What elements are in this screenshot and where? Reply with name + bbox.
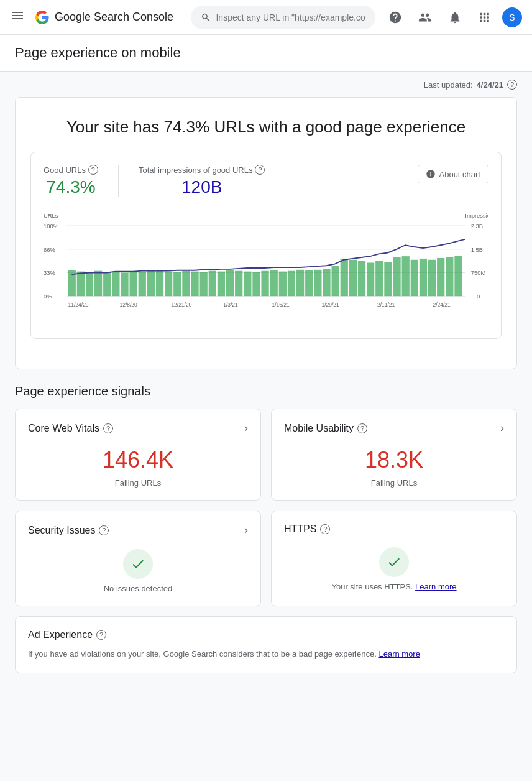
ad-experience-help[interactable]: ? <box>96 630 106 640</box>
svg-rect-38 <box>252 272 260 297</box>
ad-experience-desc: If you have ad violations on your site, … <box>28 648 504 660</box>
svg-rect-28 <box>165 272 172 297</box>
about-chart-button[interactable]: About chart <box>418 165 489 183</box>
https-check-label: Your site uses HTTPS. Learn more <box>331 582 456 591</box>
last-updated-date: 4/24/21 <box>477 80 503 90</box>
svg-rect-29 <box>173 272 181 297</box>
total-impressions-metric: Total impressions of good URLs ? 120B <box>118 165 285 197</box>
core-web-vitals-title: Core Web Vitals ? <box>28 423 113 434</box>
svg-text:11/24/20: 11/24/20 <box>68 302 89 308</box>
svg-rect-42 <box>288 271 295 297</box>
svg-text:URLs: URLs <box>44 212 58 219</box>
ad-experience-learn-more[interactable]: Learn more <box>378 649 420 659</box>
search-bar[interactable] <box>191 6 375 29</box>
svg-rect-36 <box>235 271 242 297</box>
mobile-usability-sub-label: Failing URLs <box>284 478 504 488</box>
svg-text:Impressions: Impressions <box>465 212 488 219</box>
core-web-vitals-help[interactable]: ? <box>103 423 113 433</box>
svg-text:0: 0 <box>477 293 480 300</box>
svg-rect-22 <box>112 272 119 297</box>
page-title: Page experience on mobile <box>15 45 517 61</box>
svg-rect-35 <box>226 270 234 296</box>
topbar: Google Search Console S <box>0 0 532 35</box>
good-urls-value: 74.3% <box>44 177 98 197</box>
ad-experience-title: Ad Experience ? <box>28 629 504 640</box>
svg-rect-56 <box>411 260 418 296</box>
last-updated-help-icon[interactable]: ? <box>507 80 517 90</box>
hero-section: Your site has 74.3% URLs with a good pag… <box>15 97 517 369</box>
signals-section: Page experience signals Core Web Vitals … <box>15 384 517 673</box>
mobile-usability-help[interactable]: ? <box>357 423 367 433</box>
svg-rect-20 <box>94 271 102 297</box>
menu-icon[interactable] <box>10 8 25 26</box>
last-updated-bar: Last updated: 4/24/21 ? <box>15 72 517 97</box>
mobile-usability-card: Mobile Usability ? › 18.3K Failing URLs <box>271 409 517 501</box>
https-card: HTTPS ? Your site uses HTTPS. Learn more <box>271 511 517 606</box>
security-issues-help[interactable]: ? <box>99 525 109 535</box>
help-icon[interactable] <box>383 5 408 30</box>
svg-rect-23 <box>121 273 128 297</box>
svg-rect-39 <box>261 271 268 297</box>
svg-rect-0 <box>12 12 23 13</box>
https-learn-more[interactable]: Learn more <box>415 582 456 591</box>
security-issues-header: Security Issues ? › <box>28 524 248 537</box>
security-check-icon <box>131 557 145 571</box>
apps-icon[interactable] <box>472 5 497 30</box>
chart-svg: URLs 100% 66% 33% 0% Impressions 2.3B 1.… <box>44 207 488 324</box>
signals-grid: Core Web Vitals ? › 146.4K Failing URLs … <box>15 409 517 606</box>
svg-rect-44 <box>305 270 313 296</box>
svg-rect-25 <box>139 272 146 297</box>
good-urls-label: Good URLs ? <box>44 165 98 175</box>
svg-rect-54 <box>393 257 400 296</box>
https-check-icon <box>387 555 401 570</box>
svg-rect-49 <box>349 260 357 296</box>
svg-rect-47 <box>332 266 339 296</box>
svg-text:2/24/21: 2/24/21 <box>433 302 451 308</box>
svg-text:12/8/20: 12/8/20 <box>119 302 137 308</box>
svg-text:0%: 0% <box>44 293 52 300</box>
mobile-usability-header: Mobile Usability ? › <box>284 422 504 435</box>
svg-text:1/16/21: 1/16/21 <box>272 302 290 308</box>
security-issues-check-area: No issues detected <box>28 549 248 593</box>
topbar-icons: S <box>383 5 522 30</box>
search-icon <box>201 12 211 23</box>
core-web-vitals-number: 146.4K <box>28 447 248 473</box>
notifications-icon[interactable] <box>443 5 467 30</box>
total-impressions-help-icon[interactable]: ? <box>255 165 265 175</box>
mobile-usability-arrow[interactable]: › <box>500 422 504 435</box>
total-impressions-label: Total impressions of good URLs ? <box>139 165 265 175</box>
logo: Google Search Console <box>35 10 173 25</box>
security-issues-title: Security Issues ? <box>28 525 109 536</box>
mobile-usability-number: 18.3K <box>284 447 504 473</box>
svg-text:12/21/20: 12/21/20 <box>171 302 191 308</box>
good-urls-help-icon[interactable]: ? <box>88 165 98 175</box>
svg-rect-52 <box>375 261 383 297</box>
mobile-usability-title: Mobile Usability ? <box>284 423 367 434</box>
svg-rect-33 <box>209 271 216 297</box>
svg-text:33%: 33% <box>44 269 55 276</box>
app-title: Google Search Console <box>55 11 173 24</box>
search-input[interactable] <box>216 12 365 22</box>
security-issues-label: No issues detected <box>104 584 173 593</box>
svg-rect-34 <box>218 272 225 297</box>
https-help[interactable]: ? <box>320 524 330 534</box>
svg-rect-59 <box>437 258 444 296</box>
avatar[interactable]: S <box>502 7 522 27</box>
svg-rect-21 <box>103 272 111 297</box>
svg-rect-50 <box>358 261 365 297</box>
chart-metrics: Good URLs ? 74.3% Total impressions of g… <box>44 165 488 197</box>
svg-rect-55 <box>402 256 410 296</box>
svg-rect-31 <box>191 272 198 297</box>
ad-experience-card: Ad Experience ? If you have ad violation… <box>15 616 517 673</box>
svg-text:1/3/21: 1/3/21 <box>223 302 238 308</box>
svg-text:1.5B: 1.5B <box>471 246 483 253</box>
security-issues-card: Security Issues ? › No issues detected <box>15 511 261 606</box>
svg-rect-46 <box>323 269 330 296</box>
accounts-icon[interactable] <box>413 5 438 30</box>
svg-rect-37 <box>244 272 251 297</box>
security-issues-arrow[interactable]: › <box>244 524 248 537</box>
core-web-vitals-header: Core Web Vitals ? › <box>28 422 248 435</box>
page-header: Page experience on mobile <box>0 35 532 72</box>
core-web-vitals-arrow[interactable]: › <box>244 422 248 435</box>
svg-rect-18 <box>77 272 85 297</box>
